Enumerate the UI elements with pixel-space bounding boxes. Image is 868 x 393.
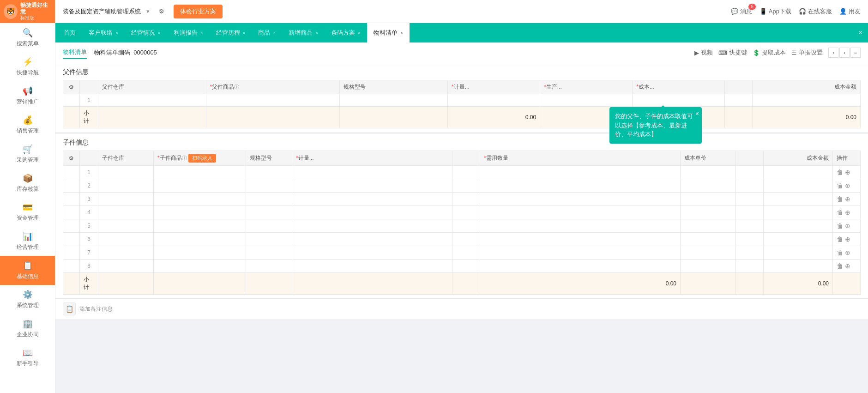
copy-icon[interactable]: ⊕ <box>845 195 850 203</box>
delete-icon[interactable]: 🗑 <box>837 249 843 256</box>
tab-goods-close[interactable]: × <box>273 30 276 36</box>
tab-customer[interactable]: 客户联络 × <box>82 23 125 42</box>
sidebar-item-operations[interactable]: 📊 经营管理 <box>0 227 55 256</box>
sidebar-item-guide[interactable]: 📖 新手引导 <box>0 343 55 372</box>
child-row8-warehouse[interactable] <box>98 260 154 273</box>
child-row3-unit[interactable] <box>292 193 452 206</box>
child-row2-warehouse[interactable] <box>98 179 154 193</box>
sidebar-item-finance[interactable]: 💳 资金管理 <box>0 198 55 227</box>
child-row3-qty[interactable] <box>480 193 680 206</box>
child-row5-spec[interactable] <box>246 219 292 233</box>
child-row5-qty[interactable] <box>480 219 680 233</box>
child-row7-warehouse[interactable] <box>98 246 154 260</box>
child-row2-product[interactable] <box>154 179 246 193</box>
parent-row1-spec[interactable] <box>340 94 448 107</box>
copy-icon[interactable]: ⊕ <box>845 182 850 189</box>
child-row4-unit[interactable] <box>292 206 452 219</box>
topbar-dropdown-arrow[interactable]: ▾ <box>146 8 150 15</box>
child-row3-unit-price[interactable] <box>681 193 736 206</box>
child-row8-spec[interactable] <box>246 260 292 273</box>
child-row3-spec[interactable] <box>246 193 292 206</box>
delete-icon[interactable]: 🗑 <box>837 262 843 270</box>
child-row4-unit-price[interactable] <box>681 206 736 219</box>
child-row6-unit-price[interactable] <box>681 233 736 246</box>
tab-bom[interactable]: 物料清单 × <box>367 23 410 42</box>
child-row2-unit-price[interactable] <box>681 179 736 193</box>
online-service-button[interactable]: 🎧 在线客服 <box>799 7 832 16</box>
sidebar-item-purchase[interactable]: 🛒 采购管理 <box>0 139 55 169</box>
child-row8-unit-price[interactable] <box>681 260 736 273</box>
child-row5-warehouse[interactable] <box>98 219 154 233</box>
delete-icon[interactable]: 🗑 <box>837 222 843 230</box>
sidebar-item-enterprise[interactable]: 🏢 企业协同 <box>0 314 55 343</box>
settings-button[interactable]: ⚙ <box>155 5 168 18</box>
action-view[interactable]: ▶ 视频 <box>694 48 713 57</box>
parent-row1-warehouse[interactable] <box>98 94 206 107</box>
child-row6-unit[interactable] <box>292 233 452 246</box>
child-row5-unit[interactable] <box>292 219 452 233</box>
child-row2-unit[interactable] <box>292 179 452 193</box>
child-row2-spec[interactable] <box>246 179 292 193</box>
delete-icon[interactable]: 🗑 <box>837 169 843 176</box>
nav-last[interactable]: ≡ <box>850 48 861 58</box>
tab-new-goods[interactable]: 新增商品 × <box>282 23 325 42</box>
page-tab-bom[interactable]: 物料清单 <box>63 46 87 59</box>
child-row8-qty[interactable] <box>480 260 680 273</box>
parent-row1-unit[interactable] <box>448 94 540 107</box>
tab-home[interactable]: 首页 <box>57 23 82 42</box>
app-download-button[interactable]: 📱 App下载 <box>760 7 791 16</box>
sidebar-item-quick-nav[interactable]: ⚡ 快捷导航 <box>0 52 55 81</box>
child-row1-unit-price[interactable] <box>681 166 736 179</box>
child-row1-product[interactable] <box>154 166 246 179</box>
delete-icon[interactable]: 🗑 <box>837 195 843 203</box>
child-row6-warehouse[interactable] <box>98 233 154 246</box>
close-icon[interactable]: × <box>695 109 699 119</box>
child-row5-unit-price[interactable] <box>681 219 736 233</box>
copy-icon[interactable]: ⊕ <box>845 236 850 243</box>
tab-profit-close[interactable]: × <box>200 30 203 36</box>
action-shortcut[interactable]: ⌨ 快捷键 <box>718 48 747 57</box>
child-row6-product[interactable] <box>154 233 246 246</box>
child-row8-unit[interactable] <box>292 260 452 273</box>
child-row4-spec[interactable] <box>246 206 292 219</box>
tab-history-close[interactable]: × <box>243 30 246 36</box>
child-row3-warehouse[interactable] <box>98 193 154 206</box>
child-row5-product[interactable] <box>154 219 246 233</box>
message-button[interactable]: 💬 消息 6 <box>731 7 752 16</box>
child-row7-unit-price[interactable] <box>681 246 736 260</box>
tab-goods[interactable]: 商品 × <box>252 23 282 42</box>
child-row1-warehouse[interactable] <box>98 166 154 179</box>
parent-row1-produce[interactable] <box>540 94 633 107</box>
child-row7-qty[interactable] <box>480 246 680 260</box>
sidebar-item-marketing[interactable]: 📢 营销推广 <box>0 81 55 110</box>
action-cost[interactable]: 💲 提取成本 <box>753 48 786 57</box>
parent-row1-cost[interactable] <box>633 94 725 107</box>
child-row7-product[interactable] <box>154 246 246 260</box>
tab-bom-close[interactable]: × <box>400 30 403 36</box>
sidebar-item-search[interactable]: 🔍 搜索菜单 <box>0 23 55 52</box>
child-row4-product[interactable] <box>154 206 246 219</box>
tab-operations[interactable]: 经营情况 × <box>125 23 167 42</box>
copy-icon[interactable]: ⊕ <box>845 169 850 176</box>
child-row1-spec[interactable] <box>246 166 292 179</box>
child-row3-product[interactable] <box>154 193 246 206</box>
trial-button[interactable]: 体验行业方案 <box>174 5 223 18</box>
sidebar-item-basic-info[interactable]: 📋 基础信息 <box>0 256 55 285</box>
copy-icon[interactable]: ⊕ <box>845 209 850 216</box>
child-row7-unit[interactable] <box>292 246 452 260</box>
delete-icon[interactable]: 🗑 <box>837 182 843 189</box>
child-row4-warehouse[interactable] <box>98 206 154 219</box>
tab-barcode[interactable]: 条码方案 × <box>325 23 367 42</box>
parent-row1-product[interactable] <box>206 94 340 107</box>
child-row6-spec[interactable] <box>246 233 292 246</box>
tab-profit[interactable]: 利润报告 × <box>167 23 210 42</box>
child-row2-qty[interactable] <box>480 179 680 193</box>
user-button[interactable]: 👤 用友 <box>839 7 861 16</box>
child-row7-spec[interactable] <box>246 246 292 260</box>
action-bill-settings[interactable]: ☰ 单据设置 <box>791 48 823 57</box>
child-row8-product[interactable] <box>154 260 246 273</box>
tab-customer-close[interactable]: × <box>115 30 118 36</box>
tab-global-close[interactable]: × <box>855 29 866 37</box>
tab-operations-close[interactable]: × <box>158 30 161 36</box>
copy-icon[interactable]: ⊕ <box>845 249 850 256</box>
